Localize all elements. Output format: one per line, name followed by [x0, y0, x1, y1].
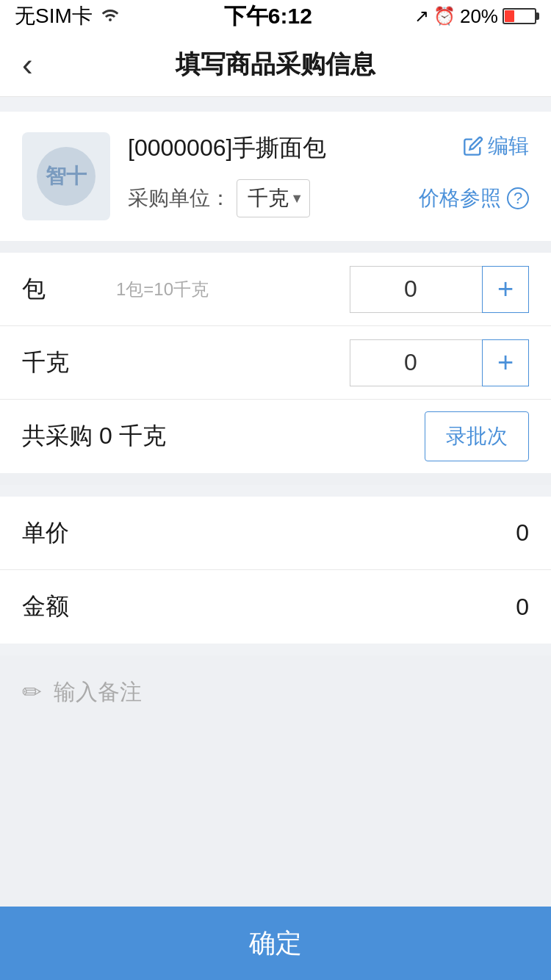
edit-link[interactable]: 编辑 [463, 132, 529, 160]
total-row: 共采购 0 千克 录批次 [0, 400, 551, 473]
status-bar: 无SIM卡 下午6:12 ↗ ⏰ 20% [0, 0, 551, 32]
main-content: 智十 [0000006]手撕面包 编辑 采购单位： 千克 价格参照 [0, 112, 551, 980]
bag-label: 包 [22, 273, 110, 306]
product-name-row: [0000006]手撕面包 编辑 [128, 132, 529, 165]
product-logo: 智十 [37, 147, 96, 206]
page-title: 填写商品采购信息 [176, 48, 375, 82]
unit-price-value: 0 [516, 519, 529, 547]
bag-qty-input-wrapper: + [350, 266, 529, 313]
confirm-button[interactable]: 确定 [0, 907, 551, 980]
unit-price-label: 单价 [22, 517, 69, 550]
quantity-section: 包 1包=10千克 + 千克 + [0, 253, 551, 400]
location-icon: ↗ [414, 6, 429, 26]
battery-icon [503, 8, 536, 24]
carrier-text: 无SIM卡 [15, 2, 93, 30]
product-card: 智十 [0000006]手撕面包 编辑 采购单位： 千克 价格参照 [0, 112, 551, 241]
status-right: ↗ ⏰ 20% [414, 5, 536, 28]
purchase-unit-row: 采购单位： 千克 价格参照 ? [128, 179, 529, 217]
amount-label: 金额 [22, 591, 69, 623]
product-image: 智十 [22, 132, 110, 220]
wifi-icon [98, 5, 122, 28]
kg-qty-input[interactable] [350, 339, 482, 386]
price-ref-link[interactable]: 价格参照 ? [419, 184, 529, 212]
purchase-unit-label: 采购单位： [128, 184, 231, 212]
back-button[interactable]: ‹ [22, 46, 33, 83]
kg-row: 千克 + [0, 326, 551, 400]
kg-label: 千克 [22, 347, 110, 379]
notes-section[interactable]: ✏ 输入备注 [0, 655, 551, 729]
confirm-button-label: 确定 [249, 926, 302, 962]
amount-row: 金额 0 [0, 570, 551, 644]
kg-qty-input-wrapper: + [350, 339, 529, 386]
status-left: 无SIM卡 [15, 2, 122, 30]
bag-sub-label: 1包=10千克 [116, 278, 209, 301]
bag-qty-plus-button[interactable]: + [482, 266, 529, 313]
section-divider-1 [0, 241, 551, 253]
price-section: 单价 0 金额 0 [0, 497, 551, 644]
nav-bar: ‹ 填写商品采购信息 [0, 32, 551, 97]
battery-percent: 20% [460, 5, 498, 28]
notes-placeholder: 输入备注 [54, 677, 142, 707]
section-divider-2 [0, 473, 551, 485]
product-full-name: [0000006]手撕面包 [128, 132, 326, 165]
help-icon: ? [507, 187, 529, 209]
kg-qty-plus-button[interactable]: + [482, 339, 529, 386]
unit-select[interactable]: 千克 [237, 179, 310, 217]
bag-qty-input[interactable] [350, 266, 482, 313]
record-batch-button[interactable]: 录批次 [425, 411, 529, 461]
product-info: [0000006]手撕面包 编辑 采购单位： 千克 价格参照 ? [128, 132, 529, 217]
alarm-icon: ⏰ [433, 6, 455, 26]
pencil-icon: ✏ [22, 678, 42, 706]
bag-row: 包 1包=10千克 + [0, 253, 551, 326]
total-text: 共采购 0 千克 [22, 420, 166, 453]
status-time: 下午6:12 [224, 1, 312, 32]
amount-value: 0 [516, 594, 529, 621]
unit-price-row: 单价 0 [0, 497, 551, 570]
